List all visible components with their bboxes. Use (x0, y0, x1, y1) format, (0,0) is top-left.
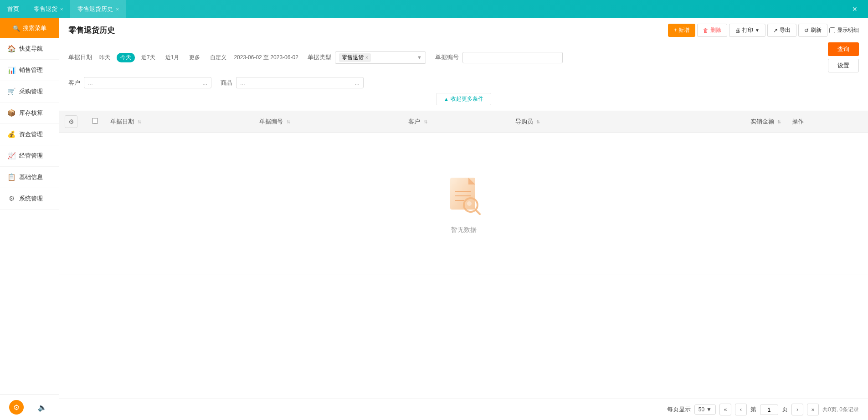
next-page-button[interactable]: › (791, 404, 803, 415)
basic-info-icon: 📋 (7, 173, 15, 181)
data-table: ⚙ 单据日期 ⇅ 单据编号 ⇅ (59, 111, 868, 275)
type-filter: 单据类型 零售退货 × ▼ (308, 51, 426, 64)
top-bar-right: × (848, 5, 868, 14)
number-filter: 单据编号 (435, 52, 563, 63)
display-detail-checkbox[interactable] (829, 27, 835, 33)
setting-button[interactable]: 设置 (828, 59, 859, 72)
inventory-icon: 📦 (7, 109, 15, 117)
page-label: 页 (782, 405, 788, 414)
table-col-date-label: 单据日期 (110, 118, 134, 125)
svg-point-7 (467, 201, 472, 206)
finance-icon: 💰 (7, 130, 15, 138)
last-page-button[interactable]: » (807, 404, 819, 415)
purchase-icon: 🛒 (7, 87, 15, 96)
refresh-label: 刷新 (811, 26, 822, 34)
type-select-arrow-icon: ▼ (417, 55, 422, 60)
date-btn-yesterday[interactable]: 昨天 (96, 53, 114, 62)
date-btn-7days[interactable]: 近7天 (138, 53, 159, 62)
export-button[interactable]: ↗ 导出 (767, 24, 796, 37)
date-filter: 单据日期 昨天 今天 近7天 近1月 更多 自定义 2023-06-02 至 2… (68, 53, 298, 62)
tab-home[interactable]: 首页 (0, 0, 26, 18)
refresh-icon: ↺ (804, 27, 809, 34)
type-filter-label: 单据类型 (308, 53, 331, 61)
tab-retail-return-history-close[interactable]: × (116, 6, 118, 12)
tab-retail-return-history-label: 零售退货历史 (77, 5, 113, 13)
settings-gear-button[interactable]: ⚙ (9, 400, 24, 415)
sidebar-item-operations[interactable]: 📈 经营管理 (0, 145, 59, 167)
tab-retail-return-close[interactable]: × (60, 6, 63, 12)
quick-nav-icon: 🏠 (7, 45, 15, 53)
table-col-action-label: 操作 (792, 118, 804, 125)
customer-sort-icon: ⇅ (424, 119, 427, 124)
empty-row: 暂无数据 (59, 133, 868, 275)
tab-retail-return-history[interactable]: 零售退货历史 × (70, 0, 126, 18)
table-col-number[interactable]: 单据编号 ⇅ (254, 111, 403, 133)
table-col-date[interactable]: 单据日期 ⇅ (105, 111, 254, 133)
window-close-button[interactable]: × (848, 5, 861, 14)
tab-retail-return-label: 零售退货 (34, 5, 57, 13)
filter-row-1: 单据日期 昨天 今天 近7天 近1月 更多 自定义 2023-06-02 至 2… (68, 42, 859, 72)
date-range-display: 2023-06-02 至 2023-06-02 (234, 54, 298, 61)
first-page-button[interactable]: « (719, 404, 731, 415)
table-header-row: ⚙ 单据日期 ⇅ 单据编号 ⇅ (59, 111, 868, 133)
collapse-filter-button[interactable]: ▲ 收起更多条件 (436, 93, 492, 105)
table-settings-icon[interactable]: ⚙ (65, 115, 77, 128)
sidebar-item-finance[interactable]: 💰 资金管理 (0, 124, 59, 145)
print-button[interactable]: 🖨 打印 ▼ (729, 24, 765, 37)
date-btn-1month[interactable]: 近1月 (162, 53, 183, 62)
sidebar-item-inventory[interactable]: 📦 库存核算 (0, 102, 59, 124)
customer-placeholder: ... (88, 79, 93, 86)
sidebar-item-sales-label: 销售管理 (19, 66, 43, 74)
delete-label: 删除 (710, 26, 721, 34)
refresh-button[interactable]: ↺ 刷新 (798, 24, 827, 37)
sidebar-item-inventory-label: 库存核算 (19, 109, 43, 117)
sidebar-item-purchase[interactable]: 🛒 采购管理 (0, 81, 59, 102)
guide-sort-icon: ⇅ (536, 119, 540, 124)
page-size-select[interactable]: 50 ▼ (694, 405, 716, 415)
sidebar-item-finance-label: 资金管理 (19, 130, 43, 138)
sidebar-item-system[interactable]: ⚙ 系统管理 (0, 188, 59, 210)
query-button[interactable]: 查询 (828, 42, 859, 56)
goods-filter: 商品 ... (221, 77, 364, 88)
tab-list: 首页 零售退货 × 零售退货历史 × (0, 0, 848, 18)
type-select-value: 零售退货 (342, 54, 364, 61)
sidebar-item-sales[interactable]: 📊 销售管理 (0, 60, 59, 81)
type-select[interactable]: 零售退货 × ▼ (335, 51, 426, 64)
action-buttons: 查询 设置 (828, 42, 859, 72)
tab-retail-return[interactable]: 零售退货 × (26, 0, 70, 18)
table-col-guide-label: 导购员 (515, 118, 533, 125)
goods-placeholder: ... (240, 79, 245, 86)
sidebar-item-quick-nav[interactable]: 🏠 快捷导航 (0, 38, 59, 60)
sidebar-search[interactable]: 🔍 搜索菜单 (0, 18, 59, 38)
page-header: 零售退货历史 + 新增 🗑 删除 🖨 打印 ▼ ↗ 导出 (59, 18, 868, 111)
filter-area: 单据日期 昨天 今天 近7天 近1月 更多 自定义 2023-06-02 至 2… (68, 42, 859, 111)
main-content: 零售退货历史 + 新增 🗑 删除 🖨 打印 ▼ ↗ 导出 (59, 18, 868, 420)
table-col-settings: ⚙ (59, 111, 87, 133)
mute-button[interactable]: 🔈 (35, 400, 50, 415)
table-col-guide[interactable]: 导购员 ⇅ (510, 111, 638, 133)
tab-home-label: 首页 (7, 5, 19, 13)
select-all-checkbox[interactable] (92, 118, 98, 124)
date-btn-today[interactable]: 今天 (117, 53, 135, 62)
delete-button[interactable]: 🗑 删除 (697, 24, 727, 37)
page-word: 第 (750, 405, 756, 414)
date-btn-custom[interactable]: 自定义 (206, 53, 230, 62)
prev-page-button[interactable]: ‹ (735, 404, 747, 415)
print-arrow-icon: ▼ (755, 28, 760, 33)
date-btn-more[interactable]: 更多 (185, 53, 204, 62)
customer-filter-input[interactable]: ... (84, 77, 211, 88)
new-button[interactable]: + 新增 (668, 24, 695, 37)
table-col-action: 操作 (786, 111, 868, 133)
goods-filter-input[interactable]: ... (236, 77, 364, 88)
sidebar-item-basic-info[interactable]: 📋 基础信息 (0, 167, 59, 188)
table-col-customer[interactable]: 客户 ⇅ (403, 111, 509, 133)
empty-state-icon (441, 173, 487, 219)
sidebar-item-purchase-label: 采购管理 (19, 87, 43, 96)
number-filter-input[interactable] (462, 52, 563, 63)
type-select-remove[interactable]: × (365, 55, 368, 60)
current-page-input[interactable] (760, 405, 778, 415)
display-detail-toggle[interactable]: 显示明细 (829, 26, 859, 34)
table-col-amount[interactable]: 实销金额 ⇅ (637, 111, 786, 133)
empty-state: 暂无数据 (65, 137, 863, 271)
table-col-customer-label: 客户 (408, 118, 420, 125)
